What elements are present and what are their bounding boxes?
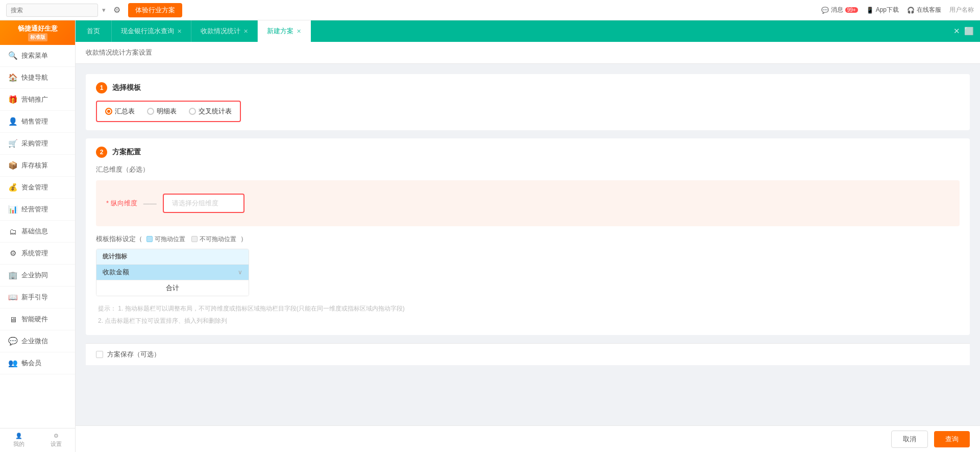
step1-number: 1: [96, 82, 107, 93]
tab-new-plan[interactable]: 新建方案 ✕: [258, 20, 311, 42]
sidebar-item-purchase[interactable]: 🛒 采购管理: [0, 133, 75, 155]
step2-header: 2 方案配置: [96, 147, 960, 158]
settings-icon: ⚙: [54, 433, 59, 439]
tab-actions: ✕ ⬜: [953, 27, 980, 36]
sidebar-item-inventory[interactable]: 📦 库存核算: [0, 155, 75, 177]
messages-badge: 99+: [845, 7, 858, 13]
radio-cross-circle: [189, 108, 196, 115]
sidebar-item-operations[interactable]: 📊 经营管理: [0, 199, 75, 221]
legend-fixed-label: 不可拖动位置: [200, 235, 236, 244]
page-header-title: 收款情况统计方案设置: [86, 49, 152, 56]
sidebar-item-system[interactable]: ⚙ 系统管理: [0, 243, 75, 265]
metrics-legend: 可拖动位置 不可拖动位置: [146, 235, 236, 244]
headset-icon: 🎧: [907, 7, 915, 14]
metrics-header: 模板指标设定（ 可拖动位置 不可拖动位置 ）: [96, 234, 960, 244]
tab-collection-stat[interactable]: 收款情况统计 ✕: [191, 20, 258, 42]
tab-bank-flow-label: 现金银行流水查询: [121, 27, 174, 36]
sidebar-label: 资金管理: [21, 183, 48, 192]
app-download-btn[interactable]: 📱 App下载: [866, 6, 899, 14]
chart-icon: 📊: [8, 205, 17, 214]
sidebar-label: 经营管理: [21, 205, 48, 214]
tab-new-plan-label: 新建方案: [267, 27, 293, 36]
query-button[interactable]: 查询: [934, 431, 970, 447]
nav-tabs: 首页 现金银行流水查询 ✕ 收款情况统计 ✕ 新建方案 ✕ ✕ ⬜: [76, 20, 980, 42]
sidebar-bottom-me[interactable]: 👤 我的: [13, 433, 24, 448]
save-label: 方案保存（可选）: [107, 350, 160, 359]
sidebar-item-guide[interactable]: 📖 新手引导: [0, 287, 75, 308]
sidebar-item-finance[interactable]: 💰 资金管理: [0, 177, 75, 199]
sidebar-item-hardware[interactable]: 🖥 智能硬件: [0, 308, 75, 330]
trial-button[interactable]: 体验行业方案: [128, 3, 182, 17]
dimension-select-placeholder: 请选择分组维度: [172, 199, 218, 207]
tab-collection-stat-label: 收款情况统计: [201, 27, 240, 36]
step2-number: 2: [96, 147, 107, 158]
logo-text: 畅捷通好生意: [18, 24, 58, 33]
radio-summary[interactable]: 汇总表: [105, 107, 135, 116]
top-bar: ▾ ⚙ 体验行业方案 💬 消息 99+ 📱 App下载 🎧 在线客服 用户名称: [0, 0, 980, 20]
sidebar-label: 企业微信: [21, 337, 48, 346]
close-new-plan-icon[interactable]: ✕: [297, 28, 301, 35]
main-area: 首页 现金银行流水查询 ✕ 收款情况统计 ✕ 新建方案 ✕ ✕ ⬜ 收: [76, 20, 980, 452]
close-collection-stat-icon[interactable]: ✕: [243, 28, 248, 35]
wechat-icon: 💬: [8, 337, 17, 346]
tab-home[interactable]: 首页: [76, 20, 112, 42]
sidebar-item-search-menu[interactable]: 🔍 搜索菜单: [0, 45, 75, 67]
metrics-table: 统计指标 收款金额 ∨ 合计: [96, 249, 249, 296]
box-icon: 📦: [8, 161, 17, 170]
metrics-row-label: 收款金额: [103, 268, 129, 277]
app-icon: 📱: [866, 7, 874, 14]
save-checkbox[interactable]: [96, 351, 103, 358]
online-support-btn[interactable]: 🎧 在线客服: [907, 6, 941, 14]
sidebar-item-basic-info[interactable]: 🗂 基础信息: [0, 221, 75, 243]
metrics-table-row[interactable]: 收款金额 ∨: [96, 264, 249, 280]
maximize-window-button[interactable]: ⬜: [964, 27, 974, 36]
save-row: 方案保存（可选）: [86, 343, 970, 365]
tab-bank-flow[interactable]: 现金银行流水查询 ✕: [112, 20, 191, 42]
metrics-row-arrow-icon[interactable]: ∨: [238, 269, 242, 276]
search-input[interactable]: [6, 4, 98, 17]
dimension-label: 汇总维度（必选）: [96, 165, 960, 174]
metrics-table-footer: 合计: [96, 280, 249, 296]
gear-button[interactable]: ⚙: [110, 3, 124, 17]
draggable-dot: [146, 236, 153, 242]
step1-section: 1 选择模板 汇总表 明细表: [86, 74, 970, 130]
radio-cross-label: 交叉统计表: [199, 107, 232, 116]
radio-cross[interactable]: 交叉统计表: [189, 107, 232, 116]
dimension-select[interactable]: 请选择分组维度: [163, 194, 244, 213]
edition-badge: 标准版: [28, 33, 47, 41]
cart-icon: 🛒: [8, 139, 17, 148]
top-bar-right: 💬 消息 99+ 📱 App下载 🎧 在线客服 用户名称: [821, 6, 974, 14]
messages-btn[interactable]: 💬 消息 99+: [821, 6, 858, 14]
folder-icon: 🗂: [8, 227, 17, 236]
close-bank-flow-icon[interactable]: ✕: [177, 28, 182, 35]
step2-section: 2 方案配置 汇总维度（必选） * 纵向维度 —— 请选择分组维度: [86, 138, 970, 335]
messages-label: 消息: [831, 6, 843, 14]
radio-detail-circle: [147, 108, 154, 115]
sidebar-item-members[interactable]: 👥 畅会员: [0, 352, 75, 374]
metrics-header-text: 模板指标设定（: [96, 234, 142, 244]
sidebar-item-quick-nav[interactable]: 🏠 快捷导航: [0, 67, 75, 89]
sidebar-item-sales[interactable]: 👤 销售管理: [0, 111, 75, 133]
sidebar-item-marketing[interactable]: 🎁 营销推广: [0, 89, 75, 111]
sidebar-label: 系统管理: [21, 249, 48, 258]
username-label[interactable]: 用户名称: [949, 6, 974, 14]
template-options: 汇总表 明细表 交叉统计表: [96, 101, 241, 122]
me-icon: 👤: [15, 433, 22, 439]
tip-1: 提示： 1. 拖动标题栏可以调整布局，不可跨维度或指标区域拖动栏目字段(只能在同…: [96, 302, 960, 315]
page-header: 收款情况统计方案设置: [76, 42, 980, 64]
close-window-button[interactable]: ✕: [953, 27, 960, 36]
sidebar-item-enterprise[interactable]: 🏢 企业协同: [0, 265, 75, 287]
book-icon: 📖: [8, 293, 17, 302]
user-icon: 👤: [8, 117, 17, 126]
step1-title: 选择模板: [112, 83, 141, 92]
sidebar-item-wechat[interactable]: 💬 企业微信: [0, 330, 75, 352]
vertical-dimension-label: * 纵向维度: [106, 199, 137, 208]
dropdown-arrow-icon[interactable]: ▾: [102, 6, 106, 14]
radio-detail[interactable]: 明细表: [147, 107, 177, 116]
cancel-button[interactable]: 取消: [891, 431, 928, 448]
sidebar-bottom-settings[interactable]: ⚙ 设置: [51, 433, 62, 448]
sidebar-label: 快捷导航: [21, 73, 48, 82]
sidebar-bottom: 👤 我的 ⚙ 设置: [0, 428, 75, 452]
sidebar-label: 销售管理: [21, 117, 48, 126]
system-icon: ⚙: [8, 249, 17, 258]
